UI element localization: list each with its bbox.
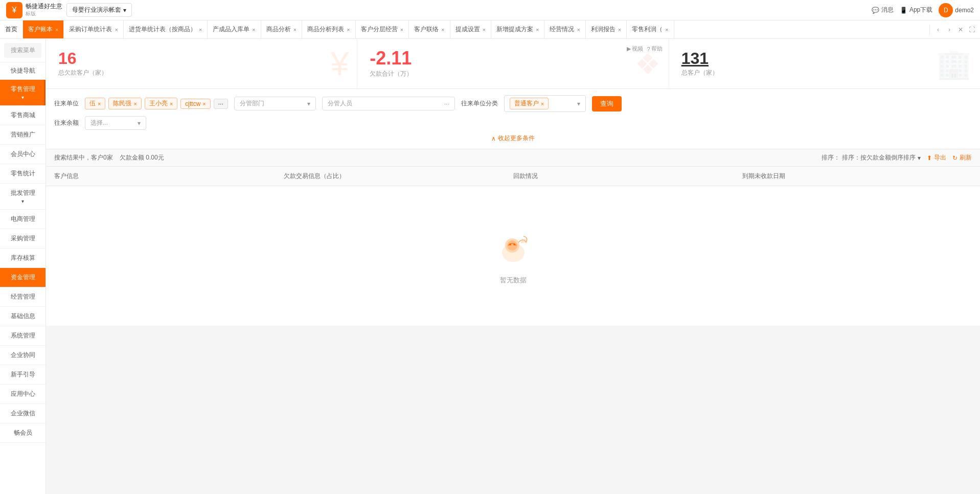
- close-icon[interactable]: ×: [252, 27, 255, 33]
- filter-tag-more[interactable]: ···: [214, 99, 228, 109]
- refresh-button[interactable]: ↻ 刷新: [952, 153, 972, 162]
- stats-row: ¥ 16 总欠款客户（家） ❖ -2.11 欠款合计（万） ▶ 视频: [46, 39, 980, 89]
- tab-goods-analysis[interactable]: 商品分析 ×: [261, 20, 302, 39]
- app-download-button[interactable]: 📱 App下载: [900, 6, 932, 14]
- data-table: 客户信息 欠款交易信息（占比） 回款情况 到期未收款日期: [46, 167, 980, 326]
- tab-customer-ledger[interactable]: 客户账本 ×: [23, 20, 64, 39]
- close-icon[interactable]: ×: [618, 27, 621, 33]
- sidebar-item-marketing[interactable]: 营销推广: [0, 125, 45, 145]
- results-debt: 欠款金额 0.00元: [120, 154, 164, 161]
- col-header-customer: 客户信息: [54, 172, 284, 181]
- filter-tag-chen-label: 陈民强: [113, 99, 131, 108]
- search-menu-button[interactable]: 搜索菜单: [4, 43, 41, 58]
- unit-class-selector[interactable]: 普通客户 × ▾: [504, 95, 586, 112]
- export-icon: ⬆: [927, 154, 932, 162]
- sidebar-item-app-center[interactable]: 应用中心: [0, 385, 45, 404]
- empty-state: 暂无数据: [46, 186, 980, 326]
- sidebar-item-retail-mgmt[interactable]: 零售管理 ▾: [0, 80, 45, 106]
- sidebar-item-ecommerce[interactable]: 电商管理: [0, 210, 45, 229]
- close-icon[interactable]: ×: [293, 27, 297, 33]
- tab-customer-contact[interactable]: 客户联络 ×: [409, 20, 450, 39]
- collapse-button[interactable]: ∧ 收起更多条件: [491, 134, 535, 143]
- close-icon[interactable]: ×: [55, 27, 58, 33]
- filter-tag-chen-close[interactable]: ×: [133, 101, 136, 107]
- dept-selector[interactable]: 分管部门 ▾: [234, 97, 316, 110]
- sidebar-item-purchase[interactable]: 采购管理: [0, 229, 45, 249]
- close-icon[interactable]: ×: [665, 27, 668, 33]
- tab-goods-analysis-list[interactable]: 商品分析列表 ×: [302, 20, 355, 39]
- sidebar-item-retail-stats[interactable]: 零售统计: [0, 164, 45, 184]
- tab-operation[interactable]: 经营情况 ×: [544, 20, 585, 39]
- username: demo2: [955, 7, 974, 14]
- collapse-label: 收起更多条件: [498, 134, 535, 143]
- stat-help-area: ▶ 视频 ? 帮助: [627, 45, 663, 53]
- tab-home[interactable]: 首页: [0, 20, 23, 39]
- close-icon[interactable]: ×: [400, 27, 403, 33]
- help-btn[interactable]: ? 帮助: [647, 45, 663, 53]
- balance-selector[interactable]: 选择... ▾: [85, 116, 146, 130]
- sidebar-item-system[interactable]: 系统管理: [0, 326, 45, 346]
- sidebar-item-wechat-label: 企业微信: [2, 409, 43, 418]
- sidebar-item-tutorial-label: 新手引导: [2, 370, 43, 379]
- sort-selector[interactable]: 排序： 排序：按欠款金额倒序排序 ▾: [822, 153, 921, 162]
- sidebar-item-vip-member[interactable]: 畅会员: [0, 423, 45, 443]
- person-selector[interactable]: 分管人员 ···: [322, 97, 455, 110]
- tab-goods-analysis-label: 商品分析: [266, 25, 291, 34]
- close-icon[interactable]: ×: [483, 27, 486, 33]
- video-label: 视频: [632, 45, 643, 53]
- store-selector[interactable]: 母婴行业演示帐套 ▾: [66, 3, 132, 17]
- tab-commission-settings[interactable]: 提成设置 ×: [450, 20, 491, 39]
- tab-purchase-order[interactable]: 采购订单统计表 ×: [64, 20, 123, 39]
- query-button[interactable]: 查询: [592, 96, 622, 111]
- close-icon[interactable]: ×: [115, 27, 118, 33]
- stat-card-customers: ¥ 16 总欠款客户（家）: [46, 39, 357, 88]
- nav-next-icon[interactable]: ›: [944, 25, 954, 35]
- tab-customer-tier[interactable]: 客户分层经营 ×: [356, 20, 409, 39]
- store-chevron-icon: ▾: [123, 7, 126, 14]
- sidebar-item-quick-nav[interactable]: 快捷导航: [0, 62, 45, 80]
- tab-customer-contact-label: 客户联络: [414, 25, 439, 34]
- message-button[interactable]: 💬 消息: [872, 6, 894, 14]
- nav-prev-icon[interactable]: ‹: [933, 25, 943, 35]
- tab-finished-goods[interactable]: 产成品入库单 ×: [208, 20, 261, 39]
- nav-close-all-icon[interactable]: ✕: [955, 25, 966, 35]
- unit-class-tag-close[interactable]: ×: [541, 101, 544, 107]
- export-button[interactable]: ⬆ 导出: [927, 153, 946, 162]
- sidebar-item-inventory[interactable]: 库存核算: [0, 249, 45, 268]
- sidebar-item-tutorial[interactable]: 新手引导: [0, 365, 45, 385]
- close-icon[interactable]: ×: [536, 27, 539, 33]
- sidebar-item-system-label: 系统管理: [2, 331, 43, 340]
- user-menu[interactable]: D demo2: [939, 3, 974, 17]
- tab-purchase-stats[interactable]: 进货单统计表（按商品） ×: [124, 20, 208, 39]
- sidebar-item-member[interactable]: 会员中心: [0, 145, 45, 164]
- nav-maximize-icon[interactable]: ⛶: [967, 25, 977, 35]
- filter-tag-wu-close[interactable]: ×: [98, 101, 101, 107]
- store-name: 母婴行业演示帐套: [72, 6, 121, 14]
- filter-tag-wang-close[interactable]: ×: [170, 101, 173, 107]
- sidebar-item-retail-stats-label: 零售统计: [2, 169, 43, 178]
- close-icon[interactable]: ×: [199, 27, 202, 33]
- help-label: 帮助: [651, 45, 663, 53]
- close-icon[interactable]: ×: [441, 27, 444, 33]
- tab-purchase-order-label: 采购订单统计表: [69, 25, 112, 34]
- sidebar-item-basic-info[interactable]: 基础信息: [0, 307, 45, 326]
- sidebar-item-wechat[interactable]: 企业微信: [0, 404, 45, 423]
- filter-row-1: 往来单位 伍 × 陈民强 × 王小亮 × cjttcw: [54, 95, 972, 112]
- sidebar-item-finance[interactable]: 资金管理: [0, 268, 45, 287]
- sidebar-item-enterprise[interactable]: 企业协同: [0, 346, 45, 365]
- tab-profit-report[interactable]: 利润报告 ×: [586, 20, 627, 39]
- sidebar-item-retail-mall[interactable]: 零售商城: [0, 106, 45, 125]
- tab-new-commission[interactable]: 新增提成方案 ×: [491, 20, 544, 39]
- logo-area: ¥ 畅捷通好生意 标版: [6, 2, 62, 18]
- tab-retail-profit[interactable]: 零售利润（ ×: [627, 20, 674, 39]
- filter-tag-cjttcw-close[interactable]: ×: [202, 101, 206, 107]
- sidebar-item-app-center-label: 应用中心: [2, 390, 43, 398]
- video-help-btn[interactable]: ▶ 视频: [627, 45, 643, 53]
- col-header-date: 到期未收款日期: [742, 172, 972, 181]
- sidebar-item-wholesale-mgmt[interactable]: 批发管理 ▾: [0, 184, 45, 210]
- close-icon[interactable]: ×: [347, 27, 350, 33]
- tab-home-label: 首页: [5, 25, 17, 34]
- unit-class-chevron-icon: ▾: [577, 100, 580, 107]
- close-icon[interactable]: ×: [577, 27, 580, 33]
- sidebar-item-operations[interactable]: 经营管理: [0, 287, 45, 307]
